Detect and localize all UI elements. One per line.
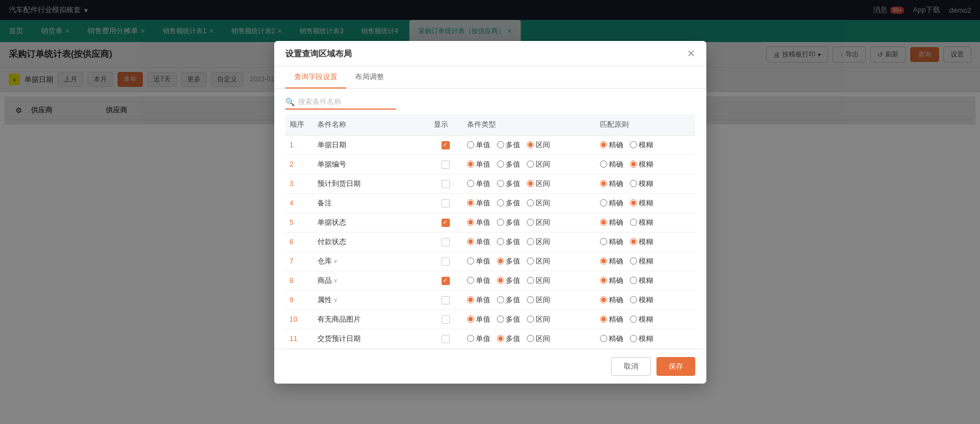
search-icon: 🔍 <box>285 97 295 106</box>
dialog-close-button[interactable]: ✕ <box>687 49 695 59</box>
search-input[interactable] <box>298 97 387 106</box>
th-type: 条件类型 <box>463 114 596 130</box>
dialog-header: 设置查询区域布局 ✕ <box>274 41 706 66</box>
dialog-tabs: 查询字段设置 布局调整 <box>274 66 706 89</box>
tab-layout[interactable]: 布局调整 <box>346 66 393 89</box>
th-order: 顺序 <box>285 114 313 130</box>
modal-overlay: 设置查询区域布局 ✕ 查询字段设置 布局调整 🔍 顺序 <box>0 0 980 129</box>
dialog-search-area: 🔍 <box>274 89 706 114</box>
th-match: 匹配原则 <box>596 114 695 130</box>
th-name: 条件名称 <box>313 114 429 130</box>
table-header-row: 顺序 条件名称 显示 条件类型 匹配原则 <box>285 114 695 130</box>
tab-layout-label: 布局调整 <box>355 73 384 81</box>
dialog-table-wrap: 顺序 条件名称 显示 条件类型 匹配原则 1单据日期单值多值区间精确模糊2单据编… <box>274 114 706 130</box>
tab-query-fields[interactable]: 查询字段设置 <box>285 66 346 89</box>
tab-query-fields-label: 查询字段设置 <box>294 73 337 81</box>
th-display: 显示 <box>429 114 463 130</box>
dialog-table: 顺序 条件名称 显示 条件类型 匹配原则 1单据日期单值多值区间精确模糊2单据编… <box>285 114 695 130</box>
search-input-wrap: 🔍 <box>285 95 396 110</box>
dialog: 设置查询区域布局 ✕ 查询字段设置 布局调整 🔍 顺序 <box>274 41 706 130</box>
dialog-title: 设置查询区域布局 <box>285 49 352 59</box>
